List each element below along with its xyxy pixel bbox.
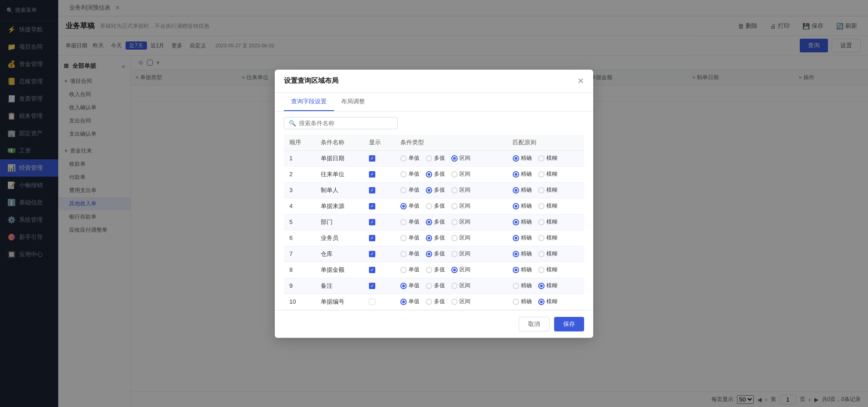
type-radio-multi-2[interactable]: 多值 bbox=[426, 170, 445, 178]
dialog-row-3: 3制单人✓单值多值区间精确模糊 bbox=[284, 182, 584, 198]
cancel-button[interactable]: 取消 bbox=[519, 317, 550, 331]
type-radio-multi-4[interactable]: 多值 bbox=[426, 202, 445, 210]
match-radio-exact-7[interactable]: 精确 bbox=[513, 250, 532, 258]
cell-show-10[interactable] bbox=[363, 294, 395, 310]
modal-overlay[interactable]: 设置查询区域布局 ✕ 查询字段设置 布局调整 🔍 顺序 条件名称 bbox=[0, 0, 868, 407]
col-name: 条件名称 bbox=[315, 135, 363, 151]
cell-match-6: 精确模糊 bbox=[507, 230, 584, 246]
type-radio-single-6[interactable]: 单值 bbox=[400, 234, 419, 242]
radio-circle-range-5 bbox=[451, 219, 458, 225]
dialog-save-button[interactable]: 保存 bbox=[554, 317, 584, 331]
type-radio-range-9[interactable]: 区间 bbox=[451, 282, 470, 290]
show-checkbox-4[interactable]: ✓ bbox=[369, 203, 375, 209]
radio-circle-single-5 bbox=[400, 219, 407, 225]
cell-show-3[interactable]: ✓ bbox=[363, 182, 395, 198]
type-radio-single-4[interactable]: 单值 bbox=[400, 202, 419, 210]
show-checkbox-8[interactable]: ✓ bbox=[369, 267, 375, 273]
match-radio-fuzzy-3[interactable]: 模糊 bbox=[538, 186, 557, 194]
match-radio-fuzzy-10[interactable]: 模糊 bbox=[538, 298, 557, 305]
radio-circle-multi-8 bbox=[426, 267, 432, 273]
type-radio-single-1[interactable]: 单值 bbox=[400, 154, 419, 162]
radio-circle-multi-1 bbox=[426, 155, 432, 162]
match-radio-exact-9[interactable]: 精确 bbox=[513, 282, 532, 290]
type-radio-multi-9[interactable]: 多值 bbox=[426, 282, 445, 290]
match-radio-exact-2[interactable]: 精确 bbox=[513, 170, 532, 178]
search-bar: 🔍 bbox=[275, 112, 593, 135]
cell-show-4[interactable]: ✓ bbox=[363, 198, 395, 214]
type-radio-range-3[interactable]: 区间 bbox=[451, 186, 470, 194]
type-radio-multi-1[interactable]: 多值 bbox=[426, 154, 445, 162]
radio-circle-multi-2 bbox=[426, 171, 432, 178]
match-radio-exact-8[interactable]: 精确 bbox=[513, 266, 532, 274]
match-radio-exact-10[interactable]: 精确 bbox=[513, 298, 532, 305]
type-radio-range-4[interactable]: 区间 bbox=[451, 202, 470, 210]
dialog-table-header: 顺序 条件名称 显示 条件类型 匹配原则 bbox=[284, 135, 584, 151]
cell-type-3: 单值多值区间 bbox=[395, 182, 507, 198]
tab-query-fields[interactable]: 查询字段设置 bbox=[284, 93, 334, 111]
type-radio-multi-10[interactable]: 多值 bbox=[426, 298, 445, 305]
type-radio-multi-5[interactable]: 多值 bbox=[426, 218, 445, 226]
tab-layout-adjust[interactable]: 布局调整 bbox=[334, 93, 372, 111]
radio-circle-single-6 bbox=[400, 235, 407, 241]
search-conditions-input[interactable] bbox=[299, 120, 393, 127]
type-radio-multi-3[interactable]: 多值 bbox=[426, 186, 445, 194]
match-radio-fuzzy-9[interactable]: 模糊 bbox=[538, 282, 557, 290]
dialog-row-2: 2往来单位✓单值多值区间精确模糊 bbox=[284, 166, 584, 182]
match-circle-exact-2 bbox=[513, 171, 519, 178]
type-radio-single-10[interactable]: 单值 bbox=[400, 298, 419, 305]
dialog-tabs: 查询字段设置 布局调整 bbox=[275, 93, 593, 112]
dialog-header: 设置查询区域布局 ✕ bbox=[275, 70, 593, 93]
type-radio-range-7[interactable]: 区间 bbox=[451, 250, 470, 258]
radio-circle-range-7 bbox=[451, 251, 458, 257]
cell-show-8[interactable]: ✓ bbox=[363, 262, 395, 278]
type-radio-multi-8[interactable]: 多值 bbox=[426, 266, 445, 274]
type-radio-single-8[interactable]: 单值 bbox=[400, 266, 419, 274]
match-radio-fuzzy-6[interactable]: 模糊 bbox=[538, 234, 557, 242]
match-radio-fuzzy-1[interactable]: 模糊 bbox=[538, 154, 557, 162]
type-radio-single-2[interactable]: 单值 bbox=[400, 170, 419, 178]
type-radio-single-5[interactable]: 单值 bbox=[400, 218, 419, 226]
type-radio-multi-7[interactable]: 多值 bbox=[426, 250, 445, 258]
type-radio-single-9[interactable]: 单值 bbox=[400, 282, 419, 290]
type-radio-range-2[interactable]: 区间 bbox=[451, 170, 470, 178]
cell-show-6[interactable]: ✓ bbox=[363, 230, 395, 246]
match-radio-exact-6[interactable]: 精确 bbox=[513, 234, 532, 242]
cell-show-2[interactable]: ✓ bbox=[363, 166, 395, 182]
match-radio-fuzzy-5[interactable]: 模糊 bbox=[538, 218, 557, 226]
dialog-row-8: 8单据金额✓单值多值区间精确模糊 bbox=[284, 262, 584, 278]
match-radio-fuzzy-4[interactable]: 模糊 bbox=[538, 202, 557, 210]
match-radio-fuzzy-7[interactable]: 模糊 bbox=[538, 250, 557, 258]
match-radio-exact-5[interactable]: 精确 bbox=[513, 218, 532, 226]
match-radio-exact-4[interactable]: 精确 bbox=[513, 202, 532, 210]
dialog-close-button[interactable]: ✕ bbox=[577, 76, 584, 86]
show-checkbox-6[interactable]: ✓ bbox=[369, 235, 375, 241]
show-checkbox-10[interactable] bbox=[369, 299, 375, 305]
match-radio-fuzzy-2[interactable]: 模糊 bbox=[538, 170, 557, 178]
cell-show-7[interactable]: ✓ bbox=[363, 246, 395, 262]
cell-show-9[interactable]: ✓ bbox=[363, 278, 395, 294]
type-radio-range-5[interactable]: 区间 bbox=[451, 218, 470, 226]
dialog-table-body: 1单据日期✓单值多值区间精确模糊2往来单位✓单值多值区间精确模糊3制单人✓单值多… bbox=[284, 150, 584, 310]
show-checkbox-5[interactable]: ✓ bbox=[369, 219, 375, 225]
type-radio-range-10[interactable]: 区间 bbox=[451, 298, 470, 305]
show-checkbox-2[interactable]: ✓ bbox=[369, 171, 375, 178]
type-radio-single-3[interactable]: 单值 bbox=[400, 186, 419, 194]
cell-show-5[interactable]: ✓ bbox=[363, 214, 395, 230]
show-checkbox-7[interactable]: ✓ bbox=[369, 251, 375, 257]
match-radio-fuzzy-8[interactable]: 模糊 bbox=[538, 266, 557, 274]
show-checkbox-1[interactable]: ✓ bbox=[369, 155, 375, 162]
match-radio-exact-1[interactable]: 精确 bbox=[513, 154, 532, 162]
cell-show-1[interactable]: ✓ bbox=[363, 150, 395, 166]
cell-order-2: 2 bbox=[284, 166, 315, 182]
show-checkbox-3[interactable]: ✓ bbox=[369, 187, 375, 193]
match-radio-exact-3[interactable]: 精确 bbox=[513, 186, 532, 194]
type-radio-range-1[interactable]: 区间 bbox=[451, 154, 470, 162]
type-radio-single-7[interactable]: 单值 bbox=[400, 250, 419, 258]
show-checkbox-9[interactable]: ✓ bbox=[369, 283, 375, 289]
radio-circle-range-1 bbox=[451, 155, 458, 162]
type-radio-multi-6[interactable]: 多值 bbox=[426, 234, 445, 242]
type-radio-range-8[interactable]: 区间 bbox=[451, 266, 470, 274]
cell-type-4: 单值多值区间 bbox=[395, 198, 507, 214]
cell-name-3: 制单人 bbox=[315, 182, 363, 198]
type-radio-range-6[interactable]: 区间 bbox=[451, 234, 470, 242]
